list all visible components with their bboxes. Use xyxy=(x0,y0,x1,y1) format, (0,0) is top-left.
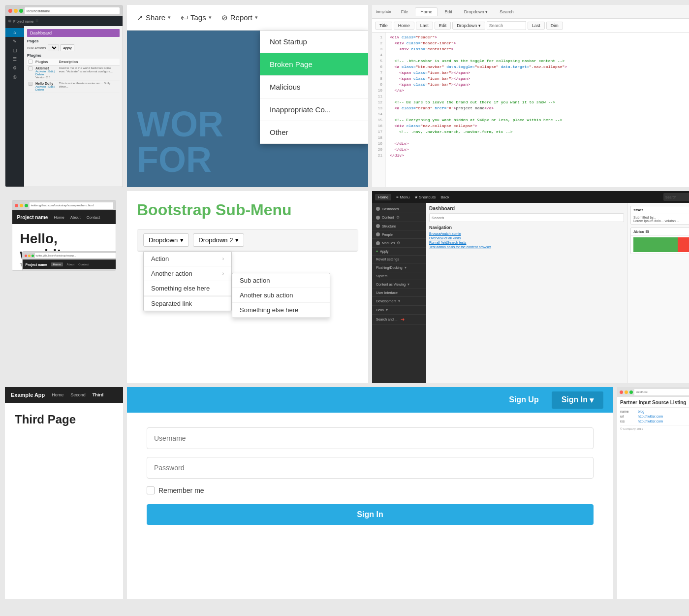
sidebar-item-content[interactable]: Content ⚙ xyxy=(372,213,426,222)
sidebar-item-modules[interactable]: Modules ⚙ xyxy=(372,239,426,248)
admin-top-search-input[interactable] xyxy=(663,193,689,201)
sidebar-item-flushing[interactable]: Flushing/Docking ▾ xyxy=(372,263,426,272)
form-row-name: name blog xyxy=(620,410,689,413)
bs-min-dot xyxy=(20,204,23,207)
bs-outer-nav-about[interactable]: About xyxy=(70,215,81,220)
code-tab-search[interactable]: Search xyxy=(495,8,519,16)
sidebar-media-icon[interactable]: ◫ xyxy=(5,46,24,55)
admin-card-sfsdf: sfsdf Submitted by... Lorem ipsum dolo..… xyxy=(630,206,689,225)
admin-link-overview[interactable]: Overview of all kinds xyxy=(429,236,624,240)
bs-inner-nav-home[interactable]: Home xyxy=(51,262,63,266)
report-item-broken-page[interactable]: Broken Page xyxy=(260,53,368,76)
submenu-dropdown1-button[interactable]: Dropdown ▾ xyxy=(143,233,189,247)
code-last2-btn[interactable]: Last xyxy=(528,22,545,30)
bs-outer-navbar: Project name Home About Contact xyxy=(12,210,116,224)
password-input[interactable] xyxy=(147,457,594,479)
wp-bulk-select[interactable] xyxy=(48,44,59,51)
report-item-inappropriate[interactable]: Inappropriate Co... xyxy=(260,98,368,121)
code-dropdown-btn[interactable]: Dropdown ▾ xyxy=(452,22,485,30)
admin-link-run[interactable]: Run all fieldSearch tests xyxy=(429,241,624,244)
bootstrap-nested-screenshot: twitter.github.com/bootstrap/examples/he… xyxy=(5,191,123,383)
wp-apply-button[interactable]: Apply xyxy=(61,44,74,51)
signin-top-button[interactable]: Sign In ▾ xyxy=(552,391,603,409)
third-nav-third[interactable]: Third xyxy=(93,392,104,397)
code-tab-home[interactable]: Home xyxy=(415,7,438,16)
admin-link-test[interactable]: Test admin basis for the content browser xyxy=(429,245,624,249)
sidebar-item-search[interactable]: Search and ... ➜ xyxy=(372,315,426,324)
code-tab-dropdown[interactable]: Dropdown ▾ xyxy=(459,8,493,16)
third-nav-second[interactable]: Second xyxy=(70,392,86,397)
admin-top-home[interactable]: Home xyxy=(375,194,391,200)
code-tab-edit[interactable]: Edit xyxy=(439,8,457,16)
sidebar-item-dashboard[interactable]: Dashboard xyxy=(372,205,426,213)
code-dim-btn[interactable]: Dim xyxy=(546,22,563,30)
sub-item-2[interactable]: Another sub action xyxy=(232,288,330,303)
bs-close-dot xyxy=(15,204,18,207)
sidebar-dashboard-icon[interactable]: ⌂ xyxy=(5,28,24,37)
admin-top-back[interactable]: Back xyxy=(440,195,449,199)
admin-search-input[interactable] xyxy=(429,213,624,222)
color-green xyxy=(633,237,656,252)
code-last-btn[interactable]: Last xyxy=(416,22,433,30)
sidebar-item-user-interface[interactable]: User Interface xyxy=(372,289,426,297)
code-edit-btn[interactable]: Edit xyxy=(435,22,451,30)
code-editor-screenshot: template File Home Edit Dropdown ▾ Searc… xyxy=(372,5,689,187)
bs-outer-content: twitter.github.com/bootstrap/examp... Pr… xyxy=(12,224,116,270)
sidebar-plugins-icon[interactable]: ⚙ xyxy=(5,64,24,72)
sub-item-3[interactable]: Something else here xyxy=(232,303,330,318)
third-nav-home[interactable]: Home xyxy=(52,392,63,397)
share-button[interactable]: ↗ Share ▾ xyxy=(137,13,171,22)
wp-plugin-actions-2[interactable]: Activate | Edit | Delete xyxy=(35,85,56,91)
sidebar-settings-icon[interactable]: ◎ xyxy=(5,72,24,81)
admin-top-shortcuts[interactable]: ★ Shortcuts xyxy=(414,195,436,199)
report-item-other[interactable]: Other xyxy=(260,121,368,144)
submenu-dropdown2-button[interactable]: Dropdown 2 ▾ xyxy=(193,233,244,247)
third-page-title: Third Page xyxy=(15,413,113,426)
sidebar-item-people[interactable]: People xyxy=(372,230,426,239)
report-item-not-startup[interactable]: Not Startup xyxy=(260,31,368,53)
form-divider-2 xyxy=(620,425,689,425)
sidebar-item-content-viewing[interactable]: Content as Viewing ▾ xyxy=(372,280,426,289)
sidebar-item-structure[interactable]: Structure xyxy=(372,222,426,230)
admin-top-menu[interactable]: ≡ Menu xyxy=(396,195,409,199)
signup-button[interactable]: Sign Up xyxy=(501,391,546,408)
code-search-input[interactable] xyxy=(487,21,526,30)
tags-button[interactable]: 🏷 Tags ▾ xyxy=(181,13,212,22)
wp-bulk-label: Bulk Actions xyxy=(27,46,46,50)
bs-outer-nav-contact[interactable]: Contact xyxy=(87,215,100,220)
code-title-btn[interactable]: Title xyxy=(375,22,392,30)
sidebar-posts-icon[interactable]: ✎ xyxy=(5,37,24,46)
submenu-dropdown-menu: Action › Another action › Something else… xyxy=(143,251,232,311)
report-button[interactable]: ⊘ Report ▾ xyxy=(221,13,258,22)
sidebar-item-system[interactable]: System xyxy=(372,272,426,280)
submenu-item-action[interactable]: Action › xyxy=(144,252,231,266)
submenu-title: Bootstrap Sub-Menu xyxy=(137,201,358,219)
sidebar-item-development[interactable]: Development ▾ xyxy=(372,297,426,306)
remember-checkbox[interactable] xyxy=(147,486,155,494)
code-home-btn[interactable]: Home xyxy=(394,22,414,30)
sidebar-item-hello[interactable]: Hello ▾ xyxy=(372,306,426,315)
report-item-malicious[interactable]: Malicious xyxy=(260,76,368,98)
third-brand: Example App xyxy=(11,392,45,398)
submenu-item-another-action[interactable]: Another action › xyxy=(144,266,231,281)
wp-plugin-actions-1[interactable]: Activate | Edit | Delete xyxy=(35,70,56,76)
signin-form: Remember me Sign In xyxy=(127,413,613,540)
sub-item-1[interactable]: Sub action xyxy=(232,273,330,288)
wp-plugin-name-2: Hello Dolly Activate | Edit | Delete xyxy=(34,81,58,93)
bs-outer-nav-home[interactable]: Home xyxy=(54,215,64,220)
sidebar-item-revert[interactable]: Revert settings xyxy=(372,256,426,263)
sidebar-item-apply[interactable]: + Apply xyxy=(372,248,426,256)
form-value-name: blog xyxy=(638,410,644,413)
code-tab-file[interactable]: File xyxy=(396,8,413,16)
wp-row-check-2 xyxy=(27,81,34,93)
submenu-item-something-else[interactable]: Something else here xyxy=(144,281,231,296)
bs-inner-nav-contact[interactable]: Contact xyxy=(78,263,89,266)
bs-inner-url: twitter.github.com/bootstrap/examp... xyxy=(35,253,117,258)
admin-link-browse[interactable]: Browse/watch admin xyxy=(429,232,624,235)
signin-submit-button[interactable]: Sign In xyxy=(147,504,594,525)
admin-nav-title: Navigation xyxy=(429,225,624,230)
sidebar-pages-icon[interactable]: ☰ xyxy=(5,55,24,64)
bs-inner-nav-about[interactable]: About xyxy=(67,263,75,266)
username-input[interactable] xyxy=(147,427,594,449)
submenu-separated-link[interactable]: Separated link xyxy=(144,296,231,311)
